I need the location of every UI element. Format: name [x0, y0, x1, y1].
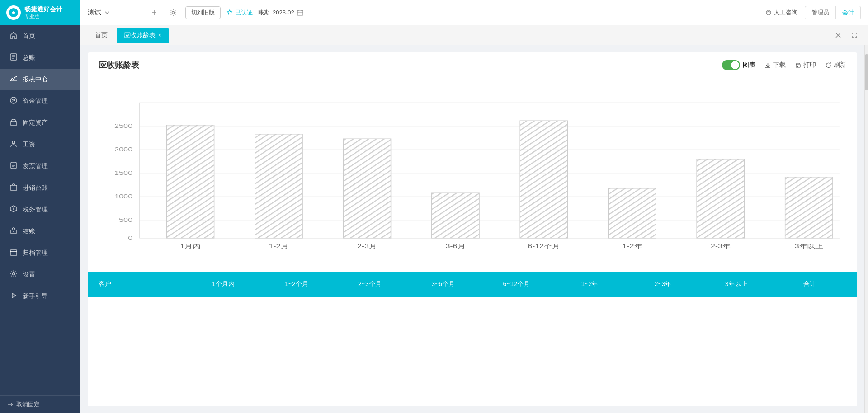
add-company-btn[interactable] — [147, 6, 161, 19]
tab-close-btn[interactable]: × — [158, 32, 161, 38]
company-selector[interactable]: 测试 — [88, 8, 142, 17]
svg-text:0: 0 — [128, 235, 132, 241]
sidebar-item-ledger[interactable]: 总账 — [0, 47, 80, 69]
table-col-1-2m: 1~2个月 — [260, 280, 333, 288]
expand-btn[interactable] — [848, 29, 861, 42]
company-name: 测试 — [88, 8, 101, 17]
app-edition: 专业版 — [24, 13, 62, 20]
topbar-right: 人工咨询 管理员 会计 — [765, 6, 861, 19]
sidebar-item-label-payroll: 工资 — [23, 141, 35, 149]
main-area: 测试 切到旧版 已认证 账期 2023-02 人工咨询 管理员 — [80, 0, 868, 413]
sidebar-item-home[interactable]: 首页 — [0, 25, 80, 47]
scrollbar[interactable] — [864, 45, 868, 413]
sidebar-item-invoice[interactable]: 发票管理 — [0, 155, 80, 177]
bar-1月内 — [166, 125, 214, 238]
switch-version-btn[interactable]: 切到旧版 — [185, 6, 221, 19]
svg-rect-19 — [10, 250, 17, 252]
svg-point-21 — [13, 273, 15, 275]
svg-text:6-12个月: 6-12个月 — [528, 243, 560, 249]
period-display: 账期 2023-02 — [258, 9, 303, 17]
refresh-btn[interactable]: 刷新 — [825, 61, 846, 69]
bar-chart: 0 500 1000 1500 2000 2500 — [99, 98, 846, 261]
svg-text:3年以上: 3年以上 — [795, 243, 823, 249]
sidebar-item-closing[interactable]: 结账 — [0, 221, 80, 242]
table-body — [88, 297, 857, 406]
svg-text:1000: 1000 — [114, 193, 132, 199]
svg-point-17 — [13, 231, 14, 232]
certified-icon — [226, 9, 233, 16]
pin-icon — [7, 401, 14, 408]
sidebar-item-purchase[interactable]: 进销台账 — [0, 177, 80, 199]
content-area: 应收账龄表 图表 下 — [80, 45, 868, 413]
sidebar-item-settings[interactable]: 设置 — [0, 264, 80, 286]
svg-point-24 — [172, 11, 175, 14]
sidebar-item-label-invoice: 发票管理 — [23, 162, 48, 170]
svg-text:1月内: 1月内 — [180, 243, 200, 249]
sidebar-item-label-funds: 资金管理 — [23, 97, 48, 105]
period-value: 2023-02 — [273, 9, 294, 16]
svg-point-8 — [12, 141, 15, 144]
bar-1-2年 — [609, 188, 656, 238]
bar-2-3年 — [697, 159, 744, 238]
chart-toggle[interactable]: 图表 — [722, 60, 755, 70]
svg-rect-30 — [766, 13, 767, 14]
sidebar-item-label-archive: 归档管理 — [23, 249, 48, 257]
table-col-3y: 3年以上 — [700, 280, 773, 288]
sidebar-nav: 首页 总账 报表中心 资金管理 固定资产 — [0, 25, 80, 395]
certified-badge: 已认证 — [226, 9, 253, 17]
sidebar-item-label-reports: 报表中心 — [23, 75, 48, 84]
download-btn[interactable]: 下载 — [764, 61, 786, 69]
svg-text:1500: 1500 — [114, 170, 132, 176]
company-dropdown-icon — [104, 9, 110, 16]
sidebar-item-assets[interactable]: 固定资产 — [0, 112, 80, 134]
payroll-icon — [9, 140, 18, 150]
settings-gear-btn[interactable] — [166, 6, 180, 19]
sidebar-item-archive[interactable]: 归档管理 — [0, 242, 80, 264]
page-title: 应收账龄表 — [99, 60, 139, 70]
page-content: 应收账龄表 图表 下 — [80, 45, 864, 413]
settings-icon — [9, 270, 18, 280]
sidebar-item-label-ledger: 总账 — [23, 54, 35, 62]
tab-receivable[interactable]: 应收账龄表 × — [117, 28, 169, 43]
sidebar-logo: 畅捷通好会计 专业版 — [0, 0, 80, 25]
sidebar-item-payroll[interactable]: 工资 — [0, 134, 80, 155]
calendar-icon[interactable] — [297, 9, 303, 16]
print-btn[interactable]: 打印 — [795, 61, 816, 69]
bar-2-3月 — [343, 139, 391, 238]
svg-text:2-3月: 2-3月 — [357, 243, 377, 249]
sidebar-item-label-tax: 税务管理 — [23, 206, 48, 214]
table-col-3-6m: 3~6个月 — [406, 280, 480, 288]
svg-text:2500: 2500 — [114, 123, 132, 129]
close-window-btn[interactable] — [832, 29, 844, 42]
table-col-1-2y: 1~2年 — [553, 280, 626, 288]
toggle-track[interactable] — [722, 60, 740, 70]
funds-icon — [9, 96, 18, 106]
sidebar-item-guide[interactable]: 新手引导 — [0, 286, 80, 307]
chart-area: 0 500 1000 1500 2000 2500 — [88, 78, 857, 268]
purchase-icon — [9, 183, 18, 193]
svg-text:2-3年: 2-3年 — [711, 243, 731, 249]
bar-3-6月 — [432, 193, 479, 238]
chart-svg: 0 500 1000 1500 2000 2500 — [99, 98, 846, 261]
svg-text:1-2月: 1-2月 — [269, 243, 289, 249]
certified-label: 已认证 — [235, 9, 253, 17]
consult-btn[interactable]: 人工咨询 — [765, 9, 797, 17]
sidebar-item-reports[interactable]: 报表中心 — [0, 69, 80, 90]
user-role-btn[interactable]: 会计 — [836, 6, 861, 19]
sidebar-item-label-purchase: 进销台账 — [23, 184, 48, 192]
svg-point-6 — [10, 97, 17, 103]
sidebar-item-tax[interactable]: 税务管理 — [0, 199, 80, 221]
download-icon — [764, 62, 771, 69]
scroll-thumb[interactable] — [865, 54, 868, 90]
user-manager-btn[interactable]: 管理员 — [805, 6, 836, 19]
cancel-fixed-btn[interactable]: 取消固定 — [0, 395, 80, 413]
sidebar-item-label-assets: 固定资产 — [23, 119, 48, 127]
sidebar: 畅捷通好会计 专业版 首页 总账 报表中心 — [0, 0, 80, 413]
sidebar-item-funds[interactable]: 资金管理 — [0, 90, 80, 112]
home-icon — [9, 31, 18, 41]
tab-home[interactable]: 首页 — [88, 28, 115, 43]
bar-6-12月 — [520, 121, 567, 238]
reports-icon — [9, 75, 18, 84]
tax-icon — [9, 205, 18, 215]
tab-bar: 首页 应收账龄表 × — [80, 25, 868, 45]
